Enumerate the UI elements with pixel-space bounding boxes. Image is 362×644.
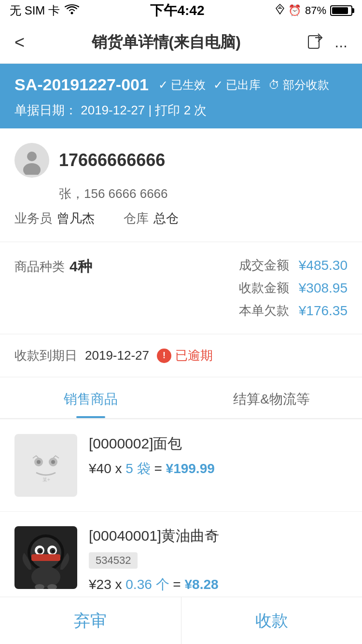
stats-right: 成交金额 ¥485.30 收款金额 ¥308.95 本单欠款 ¥176.35 — [239, 257, 348, 319]
svg-point-20 — [31, 566, 60, 588]
product-list: 某+ [0000002]面包 ¥40 x 5 袋 = ¥199.99 — [0, 420, 362, 609]
badge-activated: ✓ 已生效 — [158, 77, 206, 93]
product-price-2: ¥23 x 0.36 个 = ¥8.28 — [89, 575, 348, 594]
status-bar-right: ⏰ 87% — [276, 4, 352, 17]
customer-section: 17666666666 张，156 6666 6666 业务员 曾凡杰 仓库 总… — [0, 128, 362, 241]
list-item: [00040001]黄油曲奇 534532 ¥23 x 0.36 个 = ¥8.… — [0, 512, 362, 609]
sim-label: 无 SIM 卡 — [10, 3, 60, 18]
tab-settlement[interactable]: 结算&物流等 — [181, 378, 362, 418]
product-name-1: [0000002]面包 — [89, 434, 348, 454]
tabs-container: 销售商品 结算&物流等 — [0, 378, 362, 419]
battery-icon — [330, 5, 352, 16]
salesperson-item: 业务员 曾凡杰 — [14, 210, 95, 227]
svg-point-3 — [27, 152, 37, 161]
check-icon: ✓ — [158, 78, 168, 92]
product-info-1: [0000002]面包 ¥40 x 5 袋 = ¥199.99 — [89, 434, 348, 478]
check-icon-2: ✓ — [213, 78, 223, 92]
bottom-bar: 弃审 收款 — [0, 597, 362, 644]
svg-text:某+: 某+ — [42, 477, 50, 482]
order-id: SA-20191227-001 — [14, 75, 149, 94]
customer-header: 17666666666 — [14, 143, 348, 178]
battery-percentage: 87% — [305, 4, 326, 17]
svg-point-8 — [51, 460, 55, 464]
svg-point-17 — [39, 550, 42, 553]
due-date-section: 收款到期日 2019-12-27 ! 已逾期 — [0, 335, 362, 377]
warehouse-item: 仓库 总仓 — [124, 210, 179, 227]
location-icon — [276, 4, 284, 17]
svg-point-18 — [52, 550, 55, 553]
cancel-button[interactable]: 弃审 — [0, 597, 181, 644]
stats-owed: 本单欠款 ¥176.35 — [239, 302, 348, 319]
svg-point-12 — [30, 537, 61, 568]
badge-partial: ⏱ 部分收款 — [268, 77, 329, 93]
alarm-icon: ⏰ — [288, 4, 301, 17]
product-sku-2: 534532 — [89, 552, 138, 569]
banner-date: 单据日期： 2019-12-27 | 打印 2 次 — [14, 102, 348, 119]
back-button[interactable]: < — [14, 32, 25, 53]
customer-phone: 17666666666 — [59, 150, 165, 170]
overdue-icon: ! — [157, 349, 171, 363]
wifi-icon — [65, 4, 79, 17]
product-type: 商品种类 4种 — [14, 257, 92, 277]
status-bar: 无 SIM 卡 下午4:42 ⏰ 87% — [0, 0, 362, 21]
svg-point-0 — [71, 12, 73, 14]
banner-badges: ✓ 已生效 ✓ 已出库 ⏱ 部分收款 — [158, 77, 329, 93]
stats-received: 收款金额 ¥308.95 — [239, 280, 348, 296]
customer-meta: 业务员 曾凡杰 仓库 总仓 — [14, 210, 348, 227]
clock-icon: ⏱ — [268, 78, 280, 92]
avatar — [14, 143, 49, 178]
placeholder-image-1: 某+ — [14, 434, 77, 497]
svg-point-7 — [37, 460, 41, 464]
product-price-1: ¥40 x 5 袋 = ¥199.99 — [89, 460, 348, 478]
product-thumbnail-1: 某+ — [14, 434, 77, 497]
svg-rect-19 — [31, 554, 60, 561]
tab-products[interactable]: 销售商品 — [0, 378, 181, 418]
product-thumbnail-2 — [14, 526, 77, 589]
nav-actions: ... — [307, 32, 348, 53]
customer-name: 张，156 6666 6666 — [59, 185, 348, 202]
list-item: 某+ [0000002]面包 ¥40 x 5 袋 = ¥199.99 — [0, 420, 362, 512]
status-bar-left: 无 SIM 卡 — [10, 3, 79, 18]
header-banner: SA-20191227-001 ✓ 已生效 ✓ 已出库 ⏱ 部分收款 单据日期：… — [0, 64, 362, 128]
product-name-2: [00040001]黄油曲奇 — [89, 526, 348, 546]
status-bar-time: 下午4:42 — [150, 1, 204, 20]
share-icon[interactable] — [307, 32, 325, 53]
nav-bar: < 销货单详情(来自电脑) ... — [0, 21, 362, 64]
stats-amount: 成交金额 ¥485.30 — [239, 257, 348, 274]
more-icon[interactable]: ... — [334, 33, 348, 51]
stats-section: 商品种类 4种 成交金额 ¥485.30 收款金额 ¥308.95 本单欠款 ¥… — [0, 242, 362, 334]
page-title: 销货单详情(来自电脑) — [92, 32, 241, 53]
confirm-button[interactable]: 收款 — [181, 597, 362, 644]
badge-shipped: ✓ 已出库 — [213, 77, 261, 93]
overdue-badge: ! 已逾期 — [157, 347, 213, 364]
product-info-2: [00040001]黄油曲奇 534532 ¥23 x 0.36 个 = ¥8.… — [89, 526, 348, 594]
